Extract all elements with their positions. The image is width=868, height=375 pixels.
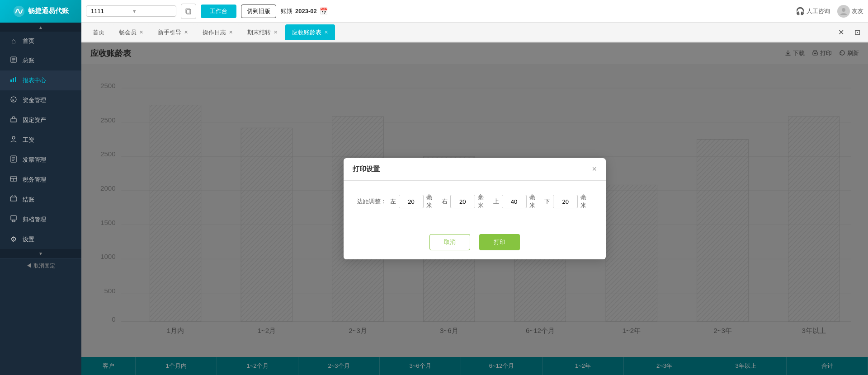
sidebar: ▲ ⌂ 首页 总账 报表中心 ¥ 资金管理 固定资产 <box>0 23 81 375</box>
headset-icon: 🎧 <box>796 7 805 15</box>
right-label: 右 <box>442 197 448 206</box>
svg-point-3 <box>842 8 845 12</box>
header-right: 🎧 人工咨询 友友 <box>796 5 863 18</box>
margin-form-row: 边距调整： 左 毫米 右 毫米 <box>357 193 592 210</box>
reports-icon <box>9 76 18 85</box>
top-label: 上 <box>493 197 499 206</box>
main-layout: ▲ ⌂ 首页 总账 报表中心 ¥ 资金管理 固定资产 <box>0 23 868 375</box>
tab-label: 新手引导 <box>158 28 181 37</box>
workbench-button[interactable]: 工作台 <box>201 5 236 18</box>
unit-label: 毫米 <box>580 193 592 210</box>
modal-body: 边距调整： 左 毫米 右 毫米 <box>344 181 606 234</box>
print-settings-modal: 打印设置 × 边距调整： 左 毫米 右 <box>344 158 606 259</box>
sidebar-item-label: 资金管理 <box>23 96 46 104</box>
tab-member[interactable]: 畅会员 ✕ <box>112 24 150 40</box>
tab-close-icon[interactable]: ✕ <box>324 29 328 35</box>
left-margin-group: 左 毫米 <box>390 193 438 210</box>
page-content: 应收账龄表 下载 打印 <box>81 42 868 375</box>
cancel-button[interactable]: 取消 <box>429 234 470 250</box>
invoice-icon <box>9 155 18 164</box>
sidebar-item-funds[interactable]: ¥ 资金管理 <box>0 90 81 110</box>
right-margin-input[interactable] <box>450 195 475 208</box>
svg-rect-23 <box>11 216 16 220</box>
period-label: 账期 <box>281 7 292 15</box>
calendar-icon[interactable]: 📅 <box>320 7 328 15</box>
sidebar-item-archive[interactable]: 归档管理 <box>0 210 81 230</box>
top-header: 畅捷通易代账 1111 ▾ 工作台 切到旧版 账期 2023-02 📅 🎧 人工… <box>0 0 868 23</box>
left-margin-input[interactable] <box>399 195 424 208</box>
tab-label: 操作日志 <box>203 28 226 37</box>
sidebar-item-assets[interactable]: 固定资产 <box>0 110 81 130</box>
top-margin-input[interactable] <box>502 195 527 208</box>
avatar <box>837 5 850 18</box>
sidebar-item-payroll[interactable]: 工资 <box>0 130 81 150</box>
content-area: 首页 畅会员 ✕ 新手引导 ✕ 操作日志 ✕ 期末结转 ✕ 应收账龄表 ✕ <box>81 23 868 375</box>
sidebar-item-home[interactable]: ⌂ 首页 <box>0 32 81 51</box>
sidebar-item-label: 税务管理 <box>23 176 46 184</box>
form-label: 边距调整： <box>357 197 387 206</box>
settings-icon: ⚙ <box>9 235 18 244</box>
user-button[interactable]: 友友 <box>837 5 863 18</box>
tab-close-icon[interactable]: ✕ <box>184 29 188 35</box>
sidebar-item-label: 总账 <box>23 56 34 65</box>
modal-overlay: 打印设置 × 边距调整： 左 毫米 右 <box>81 42 868 375</box>
period-area: 账期 2023-02 📅 <box>281 7 328 15</box>
tab-period-end[interactable]: 期末结转 ✕ <box>241 24 284 40</box>
sidebar-item-ledger[interactable]: 总账 <box>0 51 81 70</box>
tab-home[interactable]: 首页 <box>86 24 111 40</box>
svg-rect-9 <box>13 78 14 82</box>
sidebar-item-invoice[interactable]: 发票管理 <box>0 150 81 170</box>
tab-bar: 首页 畅会员 ✕ 新手引导 ✕ 操作日志 ✕ 期末结转 ✕ 应收账龄表 ✕ <box>81 23 868 42</box>
tab-maximize-button[interactable]: ⊡ <box>851 26 863 38</box>
tax-icon <box>9 175 18 184</box>
tab-label: 期末结转 <box>247 28 271 37</box>
sidebar-item-settings[interactable]: ⚙ 设置 <box>0 230 81 249</box>
collapse-label: ◀ 取消固定 <box>26 262 55 270</box>
tab-bar-actions: ✕ ⊡ <box>835 26 863 38</box>
sidebar-collapse-button[interactable]: ◀ 取消固定 <box>0 258 81 273</box>
switch-version-button[interactable]: 切到旧版 <box>241 5 276 18</box>
tab-guide[interactable]: 新手引导 ✕ <box>151 24 195 40</box>
svg-text:¥: ¥ <box>12 98 14 102</box>
archive-icon <box>9 215 18 224</box>
tab-close-window-button[interactable]: ✕ <box>835 26 847 38</box>
unit-label: 毫米 <box>426 193 438 210</box>
consult-button[interactable]: 🎧 人工咨询 <box>796 7 830 15</box>
checkout-icon <box>9 195 18 204</box>
print-confirm-button[interactable]: 打印 <box>479 234 520 250</box>
sidebar-item-label: 结账 <box>23 196 34 204</box>
copy-button[interactable] <box>181 4 196 19</box>
sidebar-item-label: 发票管理 <box>23 156 46 164</box>
svg-rect-22 <box>10 197 17 201</box>
company-selector[interactable]: 1111 ▾ <box>86 5 176 17</box>
sidebar-item-label: 固定资产 <box>23 116 46 124</box>
svg-rect-8 <box>10 80 12 82</box>
home-icon: ⌂ <box>9 37 18 45</box>
left-label: 左 <box>390 197 396 206</box>
sidebar-item-reports[interactable]: 报表中心 <box>0 70 81 90</box>
sidebar-item-tax[interactable]: 税务管理 <box>0 170 81 190</box>
tab-close-icon[interactable]: ✕ <box>274 29 278 35</box>
sidebar-item-label: 首页 <box>23 37 34 45</box>
tab-aging[interactable]: 应收账龄表 ✕ <box>285 24 335 40</box>
funds-icon: ¥ <box>9 96 18 105</box>
sidebar-scroll-up[interactable]: ▲ <box>0 23 81 32</box>
bottom-margin-input[interactable] <box>553 195 578 208</box>
tab-close-icon[interactable]: ✕ <box>229 29 233 35</box>
modal-footer: 取消 打印 <box>344 234 606 259</box>
modal-header: 打印设置 × <box>344 158 606 181</box>
sidebar-item-label: 归档管理 <box>23 216 46 224</box>
payroll-icon <box>9 136 18 145</box>
modal-close-button[interactable]: × <box>592 164 597 174</box>
tab-close-icon[interactable]: ✕ <box>139 29 143 35</box>
sidebar-item-label: 工资 <box>23 136 34 144</box>
svg-rect-24 <box>12 220 15 222</box>
tab-oplog[interactable]: 操作日志 ✕ <box>196 24 240 40</box>
tab-label: 首页 <box>93 28 104 37</box>
svg-point-14 <box>12 136 15 139</box>
bottom-margin-group: 下 毫米 <box>544 193 592 210</box>
company-name: 1111 <box>91 8 129 14</box>
sidebar-item-checkout[interactable]: 结账 <box>0 190 81 210</box>
sidebar-item-label: 设置 <box>23 235 34 244</box>
sidebar-scroll-down[interactable]: ▼ <box>0 249 81 258</box>
